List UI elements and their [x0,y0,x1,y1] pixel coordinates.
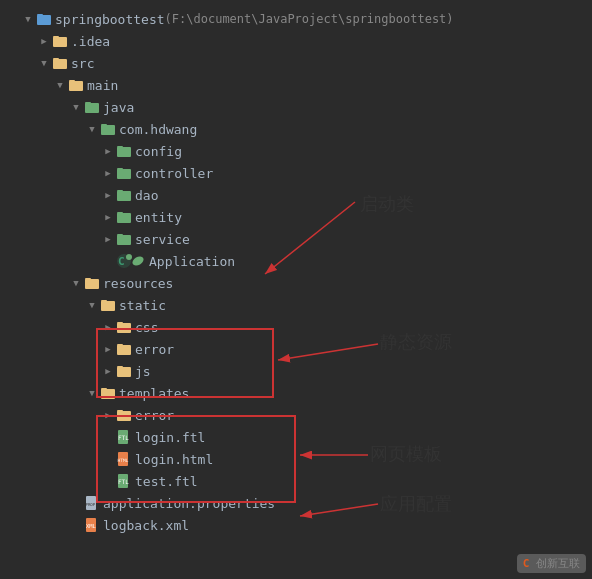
arrow-css[interactable] [100,319,116,335]
svg-rect-34 [117,367,131,377]
tree-row-login-html[interactable]: HTML login.html [4,448,588,470]
main-label: main [87,78,118,93]
js-label: js [135,364,151,379]
arrow-js[interactable] [100,363,116,379]
folder-error-templates-icon [116,407,132,423]
root-label: springboottest [55,12,165,27]
application-label: Application [149,254,235,269]
svg-rect-32 [117,345,131,355]
folder-config-icon [116,143,132,159]
folder-js-icon [116,363,132,379]
arrow-dao[interactable] [100,187,116,203]
logback-label: logback.xml [103,518,189,533]
folder-entity-icon [116,209,132,225]
svg-rect-9 [85,102,91,104]
file-test-ftl-icon: FTL [116,473,132,489]
login-html-label: login.html [135,452,213,467]
folder-main-icon [68,77,84,93]
idea-label: .idea [71,34,110,49]
arrow-resources[interactable] [68,275,84,291]
tree-row-idea[interactable]: .idea [4,30,588,52]
arrow-src[interactable] [36,55,52,71]
svg-rect-4 [53,59,67,69]
folder-java-icon [84,99,100,115]
svg-rect-33 [117,344,123,346]
folder-css-icon [116,319,132,335]
arrow-templates[interactable] [84,385,100,401]
tree-row-js[interactable]: js [4,360,588,382]
tree-row-test-ftl[interactable]: FTL test.ftl [4,470,588,492]
file-properties-icon: PROP [84,495,100,511]
tree-row-app-properties[interactable]: PROP application.properties [4,492,588,514]
folder-error-static-icon [116,341,132,357]
tree-row-application[interactable]: C Application [4,250,588,272]
arrow-root[interactable] [20,11,36,27]
resources-label: resources [103,276,173,291]
tree-row-entity[interactable]: entity [4,206,588,228]
root-path: (F:\document\JavaProject\springboottest) [165,12,454,26]
arrow-controller[interactable] [100,165,116,181]
svg-rect-35 [117,366,123,368]
svg-rect-37 [101,388,107,390]
arrow-test-ftl-empty [100,473,116,489]
tree-row-error-static[interactable]: error [4,338,588,360]
svg-point-25 [131,255,145,268]
arrow-error-templates[interactable] [100,407,116,423]
svg-text:FTL: FTL [118,478,129,485]
error-templates-label: error [135,408,174,423]
folder-templates-icon [100,385,116,401]
arrow-application-empty [100,253,116,269]
svg-rect-31 [117,322,123,324]
tree-row-java[interactable]: java [4,96,588,118]
arrow-entity[interactable] [100,209,116,225]
svg-rect-6 [69,81,83,91]
service-label: service [135,232,190,247]
spring-leaf-icon [130,253,146,269]
tree-row-templates[interactable]: templates [4,382,588,404]
tree-row-service[interactable]: service [4,228,588,250]
arrow-main[interactable] [52,77,68,93]
tree-row-css[interactable]: css [4,316,588,338]
svg-rect-8 [85,103,99,113]
arrow-error-static[interactable] [100,341,116,357]
folder-static-icon [100,297,116,313]
tree-row-config[interactable]: config [4,140,588,162]
svg-rect-12 [117,147,131,157]
folder-controller-icon [116,165,132,181]
tree-row-error-templates[interactable]: error [4,404,588,426]
tree-row-controller[interactable]: controller [4,162,588,184]
arrow-config[interactable] [100,143,116,159]
tree-row-main[interactable]: main [4,74,588,96]
tree-row-src[interactable]: src [4,52,588,74]
templates-label: templates [119,386,189,401]
tree-row-static[interactable]: static [4,294,588,316]
watermark-logo-icon: C [523,557,530,570]
app-properties-label: application.properties [103,496,275,511]
controller-label: controller [135,166,213,181]
arrow-login-ftl-empty [100,429,116,445]
folder-dao-icon [116,187,132,203]
svg-rect-28 [101,301,115,311]
arrow-logback-empty [68,517,84,533]
arrow-idea[interactable] [36,33,52,49]
tree-row-package[interactable]: com.hdwang [4,118,588,140]
arrow-static[interactable] [84,297,100,313]
tree-row-login-ftl[interactable]: FTL login.ftl [4,426,588,448]
arrow-login-html-empty [100,451,116,467]
svg-rect-0 [37,15,51,25]
arrow-java[interactable] [68,99,84,115]
arrow-package[interactable] [84,121,100,137]
svg-rect-38 [117,411,131,421]
svg-rect-11 [101,124,107,126]
css-label: css [135,320,158,335]
tree-row-root[interactable]: springboottest (F:\document\JavaProject\… [4,8,588,30]
svg-rect-1 [37,14,43,16]
config-label: config [135,144,182,159]
tree-row-dao[interactable]: dao [4,184,588,206]
svg-rect-13 [117,146,123,148]
arrow-service[interactable] [100,231,116,247]
tree-row-resources[interactable]: resources [4,272,588,294]
entity-label: entity [135,210,182,225]
tree-row-logback[interactable]: XML logback.xml [4,514,588,536]
folder-package-icon [100,121,116,137]
